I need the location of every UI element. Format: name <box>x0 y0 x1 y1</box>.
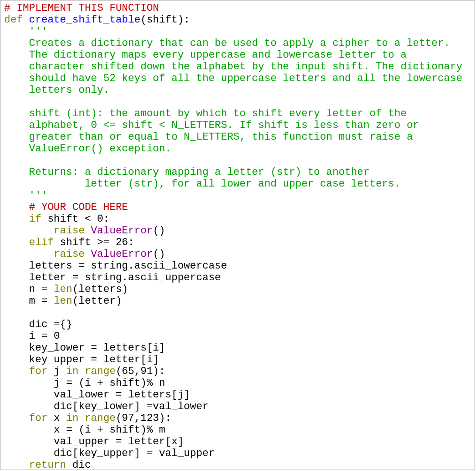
docstring-line: alphabet, 0 <= shift < N_LETTERS. If shi… <box>4 120 419 131</box>
docstring-open: ''' <box>4 26 47 37</box>
docstring-line: Creates a dictionary that can be used to… <box>4 37 450 49</box>
docstring-line: character shifted down the alphabet by t… <box>4 61 462 73</box>
code-text: key_lower = letters[i] <box>4 342 165 354</box>
code-text: j = (i + shift)% n <box>4 377 165 389</box>
keyword-in: in <box>66 412 78 424</box>
keyword-elif: elif <box>4 237 54 248</box>
docstring-line: letter (str), for all lower and upper ca… <box>4 178 400 190</box>
docstring-line: letters only. <box>4 84 109 96</box>
exception-name: ValueError <box>85 248 153 260</box>
function-name: create_shift_table <box>29 14 141 26</box>
code-text: val_upper = letter[x] <box>4 436 184 448</box>
keyword-for: for <box>4 366 47 377</box>
keyword-raise: raise <box>4 225 85 237</box>
code-text: key_upper = letter[i] <box>4 354 159 366</box>
code-text: x = (i + shift)% m <box>4 424 165 436</box>
docstring-line: The dictionary maps every uppercase and … <box>4 49 407 61</box>
code-text: (letters) <box>72 284 128 295</box>
code-text: i = 0 <box>4 330 60 342</box>
builtin-range: range <box>78 412 115 424</box>
docstring-line: ValueError() exception. <box>4 143 171 155</box>
keyword-def: def <box>4 14 23 26</box>
keyword-in: in <box>66 366 78 377</box>
keyword-for: for <box>4 412 47 424</box>
docstring-line: shift (int): the amount by which to shif… <box>4 108 407 120</box>
code-text: shift >= 26: <box>54 237 135 248</box>
keyword-return: return <box>4 459 66 470</box>
comment-line: # IMPLEMENT THIS FUNCTION <box>4 2 159 14</box>
keyword-if: if <box>4 213 41 225</box>
code-text: dic[key_lower] =val_lower <box>4 401 209 412</box>
code-text: (65,91): <box>116 366 166 377</box>
builtin-len: len <box>54 284 73 295</box>
code-text: letters = string.ascii_lowercase <box>4 260 227 272</box>
docstring-line: should have 52 keys of all the uppercase… <box>4 73 462 84</box>
docstring-line: greater than or equal to N_LETTERS, this… <box>4 131 413 143</box>
code-text: dic <box>66 459 91 470</box>
keyword-raise: raise <box>4 248 85 260</box>
exception-name: ValueError <box>85 225 153 237</box>
code-text: dic[key_upper] = val_upper <box>4 448 215 459</box>
code-text: m = <box>4 295 54 307</box>
code-text: n = <box>4 284 54 295</box>
docstring-close: ''' <box>4 190 47 202</box>
builtin-len: len <box>54 295 73 307</box>
code-text: dic ={} <box>4 319 72 330</box>
code-text: val_lower = letters[j] <box>4 389 190 401</box>
code-text: (shift): <box>140 14 190 26</box>
code-text: (letter) <box>72 295 122 307</box>
code-cell: # IMPLEMENT THIS FUNCTION def create_shi… <box>0 0 475 470</box>
code-text: () <box>153 248 165 260</box>
code-text: x <box>47 412 66 424</box>
builtin-range: range <box>78 366 115 377</box>
code-text: j <box>47 366 66 377</box>
comment-line: # YOUR CODE HERE <box>4 202 128 213</box>
code-text: shift < 0: <box>41 213 109 225</box>
code-text: () <box>153 225 165 237</box>
code-text: (97,123): <box>116 412 172 424</box>
docstring-line: Returns: a dictionary mapping a letter (… <box>4 166 370 178</box>
code-text: letter = string.ascii_uppercase <box>4 272 221 284</box>
